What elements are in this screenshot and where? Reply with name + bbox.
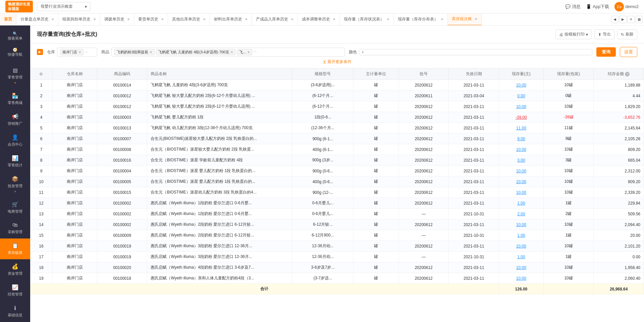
close-icon[interactable]: ✕ [127,17,130,21]
cell-stock-main[interactable]: 10.00 [499,80,543,91]
cell-stock-main[interactable]: 10.00 [499,219,543,230]
tab-qitachuku[interactable]: 其他出库单历史 ✕ [168,13,210,25]
filter-expand-arrow[interactable]: ▶ [37,49,43,55]
sidebar-item-basic-info[interactable]: ℹ 基础信息 [0,301,30,322]
query-button[interactable]: 查询 [596,47,616,57]
cell-stock-main[interactable]: 10.00 [499,144,543,155]
sidebar-item-purchase[interactable]: 🛍 采购管理 [0,218,30,238]
close-icon[interactable]: ✕ [51,17,54,21]
close-icon[interactable]: ✕ [387,17,389,21]
category-selector[interactable]: 母婴行业演示账套 ▾ [37,2,91,11]
tab-fenliangpandian[interactable]: 分量盘点单历史 ✕ [16,13,58,25]
close-icon[interactable]: ✕ [441,17,443,21]
cell-stock-main[interactable]: 10.00 [499,166,543,176]
cell-name: 飞鹤星飞帆 儿童奶粉 4段(3-6岁适用) 700克 [147,80,292,91]
tab-xiancunliang-kcfb[interactable]: 现存量（库存分布表） ✕ [394,13,448,25]
color-tag-container[interactable]: ▾ [359,49,592,55]
sidebar-item-operation[interactable]: 📈 经营管理 [0,280,30,301]
cell-no: 1 [30,80,52,91]
nav-next-button[interactable]: ▶ [619,16,627,23]
message-button[interactable]: 💬 消息 [565,4,581,10]
nav-menu-button[interactable]: ▦ [635,16,643,23]
balance-info-icon[interactable]: i [625,72,630,76]
cell-stock-pack: 10罐 [543,80,594,91]
tab-cailiaochuku[interactable]: 材料出库单历史 ✕ [210,13,252,25]
close-icon[interactable]: ✕ [291,17,293,21]
remove-goods-tag-3[interactable]: ✕ [247,50,250,54]
sidebar-nav[interactable]: 🧭 快捷导航 [8,44,22,60]
gear-icon[interactable]: ⚙ [39,71,44,77]
tab-yaohuo[interactable]: 要货单历史 ✕ [134,13,168,25]
cell-expire: 2021-03-11 [449,176,499,187]
cell-warehouse: 南岸门店 [52,144,97,155]
cell-stock-main[interactable]: 10.00 [499,187,543,198]
settings-button[interactable]: 设置 [620,47,637,57]
cell-stock-main[interactable]: 3.00 [499,155,543,166]
sidebar-item-finance[interactable]: 💰 资金管理 [0,259,30,280]
close-icon[interactable]: ✕ [161,17,164,21]
remove-goods-tag-2[interactable]: ✕ [230,50,233,54]
sidebar-item-retail-mgmt[interactable]: ▤ 零售管理 ▾ [0,63,30,89]
close-icon[interactable]: ✕ [333,17,335,21]
tab-zuchaichaijian[interactable]: 组装拆卸单历史 ✕ [58,13,100,25]
goods-tag-container[interactable]: 飞鹤奶粉3段两提装 ✕ 飞鹤星飞帆 儿童奶粉 4段(3-6岁适用) 700克 ✕… [111,48,345,57]
cell-stock-main[interactable]: 9.00 [499,133,543,144]
cell-stock-main[interactable]: -39.00 [499,112,543,123]
close-icon[interactable]: ✕ [203,17,206,21]
cell-stock-pack: 1罐 [543,230,594,241]
th-settings[interactable]: ⚙ [30,68,52,80]
cell-stock-main[interactable]: 1.00 [499,198,543,209]
cell-code: 00100004 [97,166,147,176]
cell-spec: 12-36月幼... [292,252,354,262]
tab-home[interactable]: 首页 [0,13,16,25]
table-row: 10 南岸门店 00100005 合生元（BIOSTIME）派星 婴儿配方奶粉 … [30,176,644,187]
cell-stock-main[interactable]: 1.00 [499,230,543,241]
refresh-button[interactable]: ↻ 刷新 [617,30,637,39]
sidebar-item-marketing[interactable]: 📢 营销推广 [0,109,30,130]
sidebar-item-inventory[interactable]: 📋 库存核算 [0,238,30,259]
cell-balance: 2,312.00 [594,166,644,176]
cell-unit: 罐 [354,112,399,123]
cell-stock-pack: 10罐 [543,241,594,252]
tab-diaoboddan[interactable]: 调拨单历史 ✕ [100,13,134,25]
nav-prev-button[interactable]: ◀ [611,16,619,23]
cell-stock-main[interactable]: 0.00 [499,91,543,101]
nav-close-button[interactable]: ✕ [627,16,635,23]
ecom-icon: 🛒 [12,201,18,208]
app-download-button[interactable]: 📱 App下载 [586,4,609,10]
cell-expire: 2021-03-11 [449,273,499,284]
close-icon[interactable]: ✕ [475,17,477,21]
sidebar-item-ecom[interactable]: 🛒 电商管理 [0,197,30,218]
expand-more-button[interactable]: ⊻ 展开更多条件 [323,59,352,65]
tab-kcpicizh[interactable]: 库存批次账 ✕ [448,13,482,25]
cell-stock-main[interactable]: 2.00 [499,209,543,219]
close-icon[interactable]: ✕ [93,17,96,21]
cell-stock-main[interactable]: 10.00 [499,262,543,273]
cell-stock-main[interactable]: 10.00 [499,101,543,112]
export-button[interactable]: ⬆ 导出 [594,30,614,39]
sidebar-item-retail-shop[interactable]: 🏪 零售商城 [0,89,30,109]
template-print-button[interactable]: 🖨 按模板打印 ▾ [555,30,592,39]
cell-stock-main[interactable]: 10.00 [499,273,543,284]
cell-stock-main[interactable]: 11.00 [499,123,543,133]
warehouse-tag-container[interactable]: 南岸门店 ✕ ··· [57,48,97,57]
sidebar-item-member[interactable]: 👤 会员中心 [0,130,30,151]
tab-chenbendiaozheng[interactable]: 成本调整单历史 ✕ [298,13,340,25]
sidebar-item-retail-stats[interactable]: 📊 零售统计 [0,151,30,172]
cell-stock-main[interactable]: 1.00 [499,252,543,262]
remove-warehouse-tag[interactable]: ✕ [78,50,81,54]
tab-xiancunliang-kczt[interactable]: 现存量（库存状况表） ✕ [340,13,394,25]
color-dropdown-arrow[interactable]: ▾ [362,50,364,54]
message-icon: 💬 [565,4,571,9]
cell-unit: 罐 [354,252,399,262]
sidebar-item-wholesale[interactable]: 📦 批发管理 ▾ [0,172,30,197]
user-profile[interactable]: Ea demo2 [614,2,639,11]
sidebar-search[interactable]: 🔍 搜索英单 [8,28,22,44]
remove-goods-tag-1[interactable]: ✕ [150,50,152,54]
cell-stock-main[interactable]: 10.00 [499,176,543,187]
close-icon[interactable]: ✕ [245,17,248,21]
tab-chanchengpin[interactable]: 产成品入库单历史 ✕ [252,13,298,25]
cell-stock-main[interactable]: 10.00 [499,241,543,252]
print-icon: 🖨 [559,32,563,37]
cell-stock-pack: 10罐 [543,176,594,187]
